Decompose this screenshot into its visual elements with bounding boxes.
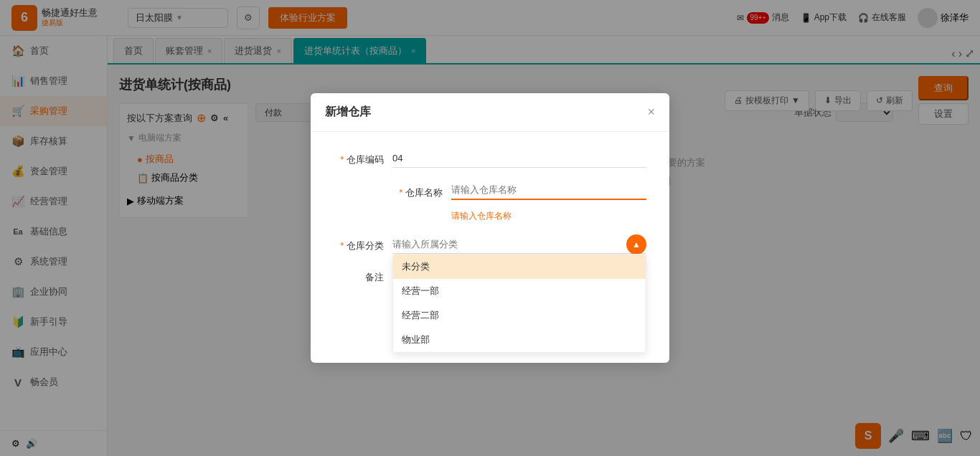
- name-input[interactable]: [451, 181, 646, 200]
- dropdown-item-property[interactable]: 物业部: [393, 328, 646, 352]
- category-label: 仓库分类: [334, 235, 384, 252]
- form-row-code: 仓库编码: [334, 149, 646, 168]
- form-row-category: 仓库分类 ▲ 未分类 经营一部 经营二部 物业部: [334, 235, 646, 254]
- dropdown-item-dept1[interactable]: 经营一部: [393, 279, 646, 303]
- category-input[interactable]: [392, 235, 646, 254]
- code-input[interactable]: [392, 149, 646, 168]
- dropdown-item-uncategorized[interactable]: 未分类: [393, 255, 646, 279]
- modal-body: 仓库编码 仓库名称 请输入仓库名称 仓库分类 ▲: [311, 132, 669, 315]
- modal-title: 新增仓库: [325, 105, 371, 120]
- category-dropdown: 未分类 经营一部 经营二部 物业部: [392, 254, 646, 353]
- modal-header: 新增仓库 ×: [311, 93, 669, 132]
- remark-label: 备注: [334, 267, 384, 284]
- chevron-up-icon: ▲: [632, 239, 641, 250]
- modal-close-button[interactable]: ×: [647, 105, 655, 120]
- modal-overlay: 新增仓库 × 仓库编码 仓库名称 请输入仓库名称 仓库分类: [0, 0, 980, 456]
- form-row-name: 仓库名称 请输入仓库名称: [334, 181, 646, 222]
- name-error-message: 请输入仓库名称: [451, 210, 646, 222]
- category-wrapper: ▲ 未分类 经营一部 经营二部 物业部: [392, 235, 646, 254]
- code-label: 仓库编码: [334, 149, 384, 166]
- category-toggle-button[interactable]: ▲: [626, 234, 646, 255]
- name-label: 仓库名称: [392, 182, 443, 199]
- new-warehouse-modal: 新增仓库 × 仓库编码 仓库名称 请输入仓库名称 仓库分类: [311, 93, 669, 363]
- dropdown-item-dept2[interactable]: 经营二部: [393, 303, 646, 328]
